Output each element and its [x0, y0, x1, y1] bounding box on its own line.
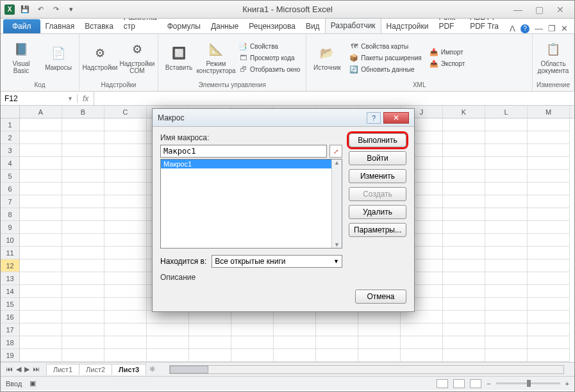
cell[interactable] — [20, 247, 62, 259]
refresh-data-button[interactable]: 🔄Обновить данные — [347, 64, 423, 74]
cell[interactable] — [62, 272, 104, 285]
cell[interactable] — [104, 131, 147, 144]
tab-developer[interactable]: Разработчик — [325, 18, 381, 33]
step-into-button[interactable]: Войти — [349, 151, 406, 165]
cell[interactable] — [20, 183, 62, 195]
cell[interactable] — [443, 118, 485, 131]
cell[interactable] — [20, 298, 62, 311]
row-header[interactable]: 13 — [1, 272, 20, 285]
cell[interactable] — [231, 311, 274, 323]
insert-control-button[interactable]: 🔲Вставить — [162, 45, 196, 71]
row-header[interactable]: 19 — [1, 349, 20, 362]
cell[interactable] — [20, 131, 62, 144]
cell[interactable] — [358, 311, 401, 323]
view-page-layout-icon[interactable] — [453, 379, 465, 388]
view-code-button[interactable]: 🗔Просмотр кода — [237, 53, 302, 63]
cell[interactable] — [104, 221, 147, 234]
collapse-dialog-icon[interactable]: ⤢ — [329, 145, 342, 158]
visual-basic-button[interactable]: 📘Visual Basic — [4, 41, 38, 74]
cell[interactable] — [485, 349, 528, 362]
sheet-nav-prev-icon[interactable]: ◀ — [15, 365, 22, 373]
ribbon-minimize-icon[interactable]: ᐱ — [510, 24, 515, 33]
com-addins-button[interactable]: ⚙Надстройки COM — [121, 41, 154, 74]
cell[interactable] — [62, 157, 104, 170]
cell[interactable] — [104, 170, 147, 183]
export-button[interactable]: 📤Экспорт — [428, 58, 467, 69]
cell[interactable] — [316, 336, 358, 349]
cell[interactable] — [443, 298, 485, 311]
cell[interactable] — [528, 221, 570, 234]
tab-formulas[interactable]: Формулы — [162, 19, 206, 33]
maximize-icon[interactable]: ▢ — [535, 4, 544, 15]
properties-button[interactable]: 📑Свойства — [237, 41, 302, 51]
create-button[interactable]: Создать — [349, 187, 406, 201]
cell[interactable] — [62, 259, 104, 272]
cell[interactable] — [528, 336, 570, 349]
row-header[interactable]: 18 — [1, 336, 20, 349]
qat-redo-icon[interactable]: ↷ — [49, 3, 62, 16]
cell[interactable] — [528, 259, 570, 272]
cell[interactable] — [274, 323, 316, 336]
cell[interactable] — [528, 272, 570, 285]
cell[interactable] — [20, 259, 62, 272]
sheet-nav-first-icon[interactable]: ⏮ — [4, 365, 14, 373]
cell[interactable] — [20, 118, 62, 131]
col-header[interactable]: B — [62, 106, 104, 118]
cell[interactable] — [62, 131, 104, 144]
cell[interactable] — [528, 144, 570, 157]
row-header[interactable]: 3 — [1, 144, 20, 157]
cell[interactable] — [528, 323, 570, 336]
cell[interactable] — [20, 144, 62, 157]
cell[interactable] — [485, 183, 528, 195]
name-box[interactable]: F12 ▼ — [1, 94, 78, 103]
cell[interactable] — [20, 336, 62, 349]
cell[interactable] — [528, 157, 570, 170]
list-scrollbar[interactable]: ▲▼ — [331, 159, 342, 248]
col-header[interactable]: K — [443, 106, 485, 118]
cell[interactable] — [104, 157, 147, 170]
zoom-out-icon[interactable]: − — [487, 380, 490, 388]
row-header[interactable]: 9 — [1, 221, 20, 234]
tab-insert[interactable]: Вставка — [79, 19, 119, 33]
macro-list-item[interactable]: Макрос1 — [161, 159, 342, 168]
cell[interactable] — [528, 311, 570, 323]
edit-button[interactable]: Изменить — [349, 169, 406, 183]
cell[interactable] — [62, 118, 104, 131]
cell[interactable] — [189, 323, 231, 336]
cell[interactable] — [485, 195, 528, 208]
dropdown-icon[interactable]: ▼ — [333, 258, 339, 265]
cell[interactable] — [485, 157, 528, 170]
row-header[interactable]: 4 — [1, 157, 20, 170]
col-header[interactable]: C — [104, 106, 147, 118]
cell[interactable] — [443, 323, 485, 336]
row-header[interactable]: 11 — [1, 247, 20, 259]
cell[interactable] — [104, 247, 147, 259]
run-button[interactable]: Выполнить — [349, 133, 406, 147]
cell[interactable] — [147, 349, 189, 362]
cell[interactable] — [147, 336, 189, 349]
cell[interactable] — [358, 336, 401, 349]
close-icon[interactable]: ✕ — [556, 4, 564, 15]
cell[interactable] — [104, 208, 147, 221]
cell[interactable] — [443, 247, 485, 259]
cell[interactable] — [485, 285, 528, 298]
cell[interactable] — [20, 221, 62, 234]
cell[interactable] — [528, 298, 570, 311]
cell[interactable] — [104, 349, 147, 362]
cell[interactable] — [443, 349, 485, 362]
cell[interactable] — [147, 311, 189, 323]
macro-name-input[interactable] — [160, 145, 327, 158]
tab-review[interactable]: Рецензирова — [244, 19, 301, 33]
cell[interactable] — [528, 349, 570, 362]
scrollbar-thumb[interactable] — [170, 366, 208, 373]
row-header[interactable]: 14 — [1, 285, 20, 298]
cell[interactable] — [485, 170, 528, 183]
cell[interactable] — [443, 195, 485, 208]
cell[interactable] — [62, 349, 104, 362]
formula-input[interactable] — [94, 92, 574, 105]
row-header[interactable]: 12 — [1, 259, 20, 272]
col-header[interactable]: A — [20, 106, 62, 118]
cell[interactable] — [104, 234, 147, 247]
cell[interactable] — [485, 131, 528, 144]
cell[interactable] — [401, 323, 443, 336]
